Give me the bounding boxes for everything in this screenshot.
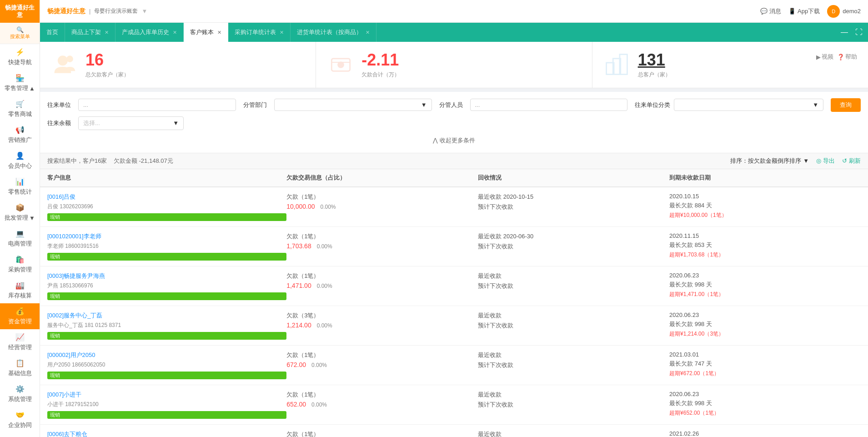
table-header: 客户信息 欠款交易信息（占比） 回收情况 到期未收款日期: [40, 169, 868, 187]
sidebar-item-retail-mall[interactable]: 🛒 零售商城: [0, 96, 40, 122]
customer-name-5[interactable]: [0007]小进干: [47, 391, 286, 399]
sidebar-item-ecommerce[interactable]: 💻 电商管理: [0, 226, 40, 251]
sidebar-item-batch-mgmt[interactable]: 📦 批发管理 ▼: [0, 200, 40, 226]
tab-close-customer-account[interactable]: ✕: [217, 30, 221, 35]
stat-card-actions: ▶ 视频 ❓ 帮助: [816, 53, 857, 61]
collapse-row: ⋀ 收起更多条件: [47, 135, 861, 146]
customer-info-0: [0016]吕俊 吕俊 13026203696 现销: [47, 193, 286, 221]
tab-home[interactable]: 首页: [40, 23, 65, 42]
overdue-info-4: 2021.03.01 最长欠款 747 天 超期¥672.00（1笔）: [669, 351, 861, 377]
filter-dept-label: 分管部门: [243, 101, 271, 109]
debt-info-5: 欠款（1笔） 652.00 0.00%: [286, 391, 478, 408]
filter-row-2: 往来余额 选择... ▼: [47, 116, 861, 130]
refresh-button[interactable]: ↺ 刷新: [842, 157, 861, 165]
sidebar-item-member[interactable]: 👤 会员中心: [0, 148, 40, 174]
query-button[interactable]: 查询: [831, 98, 861, 112]
customer-phone-0: 吕俊 13026203696: [47, 203, 286, 211]
export-button[interactable]: ◎ 导出: [816, 157, 835, 165]
tab-close-product-online[interactable]: ✕: [105, 30, 109, 35]
stat-card-overdue-customers: 16 总欠款客户（家）: [40, 42, 316, 88]
overdue-info-0: 2020.10.15 最长欠款 884 天 超期¥10,000.00（1笔）: [669, 193, 861, 219]
table-row: [0016]吕俊 吕俊 13026203696 现销 欠款（1笔） 10,000…: [40, 187, 868, 227]
help-btn[interactable]: ❓ 帮助: [837, 53, 857, 61]
table-row: [0003]畅捷服务尹海燕 尹燕 18513066976 现销 欠款（1笔） 1…: [40, 266, 868, 306]
table-row: [0007]小进干 小进干 18279152100 现销 欠款（1笔） 652.…: [40, 385, 868, 425]
filter-person-input[interactable]: ...: [470, 99, 628, 111]
tab-close-purchase-order[interactable]: ✕: [280, 30, 284, 35]
user-menu[interactable]: D demo2: [827, 5, 861, 18]
table-row: [0006]去下粮仓 陈小帅 现销 欠款（1笔） 455.90 0.00% 最近…: [40, 425, 868, 437]
results-bar-right: 排序：按欠款金额倒序排序 ▼ ◎ 导出 ↺ 刷新: [730, 157, 861, 165]
tab-close-purchase-stat[interactable]: ✕: [366, 30, 370, 35]
debt-info-2: 欠款（1笔） 1,471.00 0.00%: [286, 272, 478, 289]
stat-icon-total: [603, 51, 631, 78]
customer-name-1[interactable]: [0001020001]李老师: [47, 232, 286, 241]
customer-phone-2: 尹燕 18513066976: [47, 282, 286, 290]
stat-label-overdue-customers: 总欠款客户（家）: [85, 71, 305, 79]
customer-name-2[interactable]: [0003]畅捷服务尹海燕: [47, 272, 286, 280]
sidebar-item-new-guide[interactable]: 🎯 新手引导: [0, 433, 40, 437]
app-download-btn[interactable]: 📱 App下载: [788, 7, 820, 15]
industry-label: 母婴行业演示账套: [94, 7, 138, 15]
header-left: 畅捷通好生意 | 母婴行业演示账套 ▼: [47, 7, 147, 15]
collapse-button[interactable]: ⋀ 收起更多条件: [433, 136, 475, 145]
filter-section: 往来单位 ... 分管部门 ▼ 分管人员 ...: [40, 92, 868, 153]
top-header: 畅捷通好生意 | 母婴行业演示账套 ▼ 💬 消息 📱 App下载 D demo2: [40, 0, 868, 23]
tab-bar-end: — ⛶: [839, 26, 868, 38]
tab-maximize-btn[interactable]: ⛶: [853, 26, 864, 38]
sidebar-item-finance[interactable]: 💰 资金管理: [0, 303, 40, 329]
sidebar-item-search-menu[interactable]: 🔍 搜索菜单: [0, 23, 40, 44]
sidebar-item-marketing[interactable]: 📢 营销推广: [0, 122, 40, 148]
sidebar-item-system[interactable]: ⚙️ 系统管理: [0, 381, 40, 407]
sidebar-item-operation[interactable]: 📈 经营管理: [0, 329, 40, 355]
filter-dept-input[interactable]: ▼: [274, 99, 432, 111]
tab-minimize-btn[interactable]: —: [839, 26, 850, 38]
sidebar-item-corp[interactable]: 🤝 企业协同: [0, 407, 40, 433]
sort-dropdown[interactable]: 排序：按欠款金额倒序排序 ▼: [730, 157, 809, 165]
svg-point-1: [66, 55, 73, 62]
sidebar-item-purchase[interactable]: 🛍️ 采购管理: [0, 251, 40, 277]
customer-name-6[interactable]: [0006]去下粮仓: [47, 430, 286, 437]
filter-balance-input[interactable]: 选择... ▼: [78, 116, 184, 130]
stat-icon-customers: [51, 51, 78, 78]
customer-name-3[interactable]: [0002]服务中心_丁磊: [47, 311, 286, 320]
overdue-info-1: 2020.11.15 最长欠款 853 天 超期¥1,703.68（1笔）: [669, 232, 861, 259]
stat-label-total-debt: 欠款合计（万）: [361, 71, 581, 79]
sidebar-item-inventory[interactable]: 🏭 库存核算: [0, 277, 40, 303]
repay-info-4: 最近收款 预计下次收款: [478, 351, 669, 369]
results-info: 搜索结果中，客户16家 欠款金额 -21,148.07元: [47, 157, 173, 165]
sidebar-item-basic-info[interactable]: 📋 基础信息: [0, 355, 40, 381]
filter-category: 往来单位分类 ▼: [635, 99, 823, 111]
sidebar-item-retail-stat[interactable]: 📊 零售统计: [0, 174, 40, 200]
filter-supplier-label: 往来单位: [47, 101, 75, 109]
message-btn[interactable]: 💬 消息: [760, 7, 781, 15]
stat-number-total-customers: 131: [638, 51, 809, 69]
tab-product-online[interactable]: 商品上下架 ✕: [65, 23, 115, 42]
avatar: D: [827, 5, 840, 18]
filter-category-input[interactable]: ▼: [674, 99, 823, 111]
sidebar-item-retail-mgmt[interactable]: 🏪 零售管理 ▲: [0, 70, 40, 96]
filter-balance-label: 往来余额: [47, 119, 75, 127]
customer-name-4[interactable]: [000002]用户2050: [47, 351, 286, 359]
filter-category-label: 往来单位分类: [635, 101, 670, 109]
video-btn[interactable]: ▶ 视频: [816, 53, 833, 61]
results-bar: 搜索结果中，客户16家 欠款金额 -21,148.07元 排序：按欠款金额倒序排…: [40, 153, 868, 169]
filter-person: 分管人员 ...: [439, 99, 628, 111]
debt-info-4: 欠款（1笔） 672.00 0.00%: [286, 351, 478, 368]
tab-produce-history[interactable]: 产成品入库单历史 ✕: [115, 23, 184, 42]
tab-purchase-order[interactable]: 采购订单统计表 ✕: [228, 23, 291, 42]
filter-supplier-input[interactable]: ...: [78, 99, 236, 111]
stat-info-overdue: 16 总欠款客户（家）: [85, 51, 305, 79]
repay-info-2: 最近收款 预计下次收款: [478, 272, 669, 290]
tab-close-produce-history[interactable]: ✕: [173, 30, 177, 35]
main-content: 畅捷通好生意 | 母婴行业演示账套 ▼ 💬 消息 📱 App下载 D demo2…: [40, 0, 868, 437]
table-row: [000002]用户2050 用户2050 18665062050 现销 欠款（…: [40, 346, 868, 385]
sidebar-item-quick-nav[interactable]: ⚡ 快捷导航: [0, 44, 40, 70]
tab-customer-account[interactable]: 客户账本 ✕: [184, 23, 228, 42]
customer-info-4: [000002]用户2050 用户2050 18665062050 现销: [47, 351, 286, 379]
customer-name-0[interactable]: [0016]吕俊: [47, 193, 286, 201]
filter-balance: 往来余额 选择... ▼: [47, 116, 184, 130]
svg-point-0: [57, 55, 67, 65]
overdue-info-5: 2020.06.23 最长欠款 998 天 超期¥652.00（1笔）: [669, 391, 861, 417]
tab-purchase-stat[interactable]: 进货单统计表（按商品） ✕: [291, 23, 376, 42]
